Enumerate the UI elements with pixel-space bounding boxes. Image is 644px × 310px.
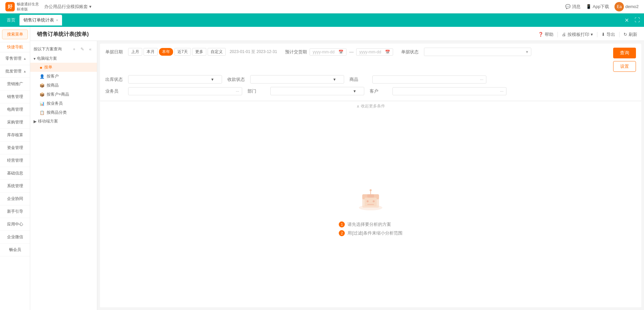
tab-bar: 首页 销售订单统计表 × ✕ ⛶ [0, 13, 644, 27]
tree-node-by-product-cat[interactable]: 📋 按商品分类 [30, 108, 97, 117]
sidebar-item-basic[interactable]: 基础信息 [0, 167, 30, 180]
sidebar-item-wholesale[interactable]: 批发管理 ▲ [0, 65, 30, 78]
sidebar-item-appstore[interactable]: 应用中心 [0, 218, 30, 231]
sidebar-item-finance[interactable]: 资金管理 [0, 142, 30, 154]
query-btn[interactable]: 查询 [613, 48, 636, 58]
page-header: 销售订单统计表(按单) ❓ 帮助 🖨 按模板打印 ▾ ⬇ 导出 [30, 27, 644, 41]
tree-node-by-customer[interactable]: 👤 按客户 [30, 72, 97, 81]
print-btn[interactable]: 🖨 按模板打印 ▾ [562, 32, 593, 38]
sidebar-item-enterprise[interactable]: 企业协同 [0, 193, 30, 205]
status-chevron-icon: ▾ [526, 49, 528, 54]
download-btn[interactable]: 📱 App下载 [586, 4, 609, 10]
user-area[interactable]: Ea demo2 [614, 2, 639, 11]
filter-actions: 查询 设置 [613, 48, 636, 72]
tab-home[interactable]: 首页 [3, 15, 19, 25]
sidebar-item-inventory[interactable]: 库存核算 [0, 129, 30, 142]
empty-tip-2: 2 用[过滤]条件来缩小分析范围 [339, 230, 402, 236]
desktop-expand-icon: ▾ [34, 56, 36, 61]
tree-node-by-salesperson[interactable]: 📊 按业务员 [30, 99, 97, 108]
search-menu-btn[interactable]: 搜索菜单 [2, 30, 28, 39]
sidebar-item-ecommerce[interactable]: 电商管理 [0, 103, 30, 116]
calendar-from-icon: 📅 [338, 50, 343, 54]
by-customer-product-icon: 📦 [40, 92, 45, 97]
tab-bar-right: ✕ ⛶ [623, 16, 641, 24]
salesperson-field[interactable]: ··· [128, 87, 242, 95]
message-btn[interactable]: 💬 消息 [565, 4, 581, 10]
sidebar-search-area: 搜索菜单 [0, 27, 30, 42]
sidebar-item-newbie[interactable]: 新手引导 [0, 205, 30, 218]
sidebar-item-system[interactable]: 系统管理 [0, 180, 30, 193]
desktop-section[interactable]: ▾ 电脑端方案 [30, 54, 97, 63]
predicted-date-from[interactable]: yyyy-mm-dd 📅 [310, 48, 346, 56]
svg-rect-4 [365, 198, 377, 206]
department-group: 部门 ▾ [248, 87, 364, 95]
logo-text: 畅捷通好生意 标准版 [17, 2, 39, 11]
by-product-cat-icon: 📋 [40, 110, 45, 115]
salesperson-more-icon: ··· [236, 89, 239, 94]
date-range-display: 2023-01-01 至 2023-12-31 [230, 49, 277, 55]
app-selector[interactable]: 办公用品行业模拟账套 ▾ [42, 4, 94, 10]
date-btn-7days[interactable]: 近7天 [174, 48, 191, 56]
department-select[interactable]: ▾ [270, 87, 364, 95]
export-btn[interactable]: ⬇ 导出 [601, 32, 615, 38]
tab-close-icon[interactable]: × [56, 18, 58, 22]
product-more-icon: ··· [480, 77, 483, 82]
svg-point-5 [367, 200, 369, 202]
date-connector: — [349, 49, 354, 54]
settings-btn[interactable]: 设置 [613, 61, 636, 72]
payment-status-select[interactable]: ▾ [250, 75, 344, 84]
tab-sales-order-stats[interactable]: 销售订单统计表 × [19, 15, 62, 25]
quick-nav-btn[interactable]: 快捷导航 [0, 42, 30, 52]
wholesale-arrow-icon: ▲ [23, 69, 26, 73]
tree-node-by-order[interactable]: ● 按单 [30, 63, 97, 72]
sidebar: 搜索菜单 快捷导航 零售管理 ▲ 批发管理 ▲ 营销推广 销售管理 电商管理 采… [0, 27, 30, 310]
ship-status-chevron: ▾ [211, 77, 214, 82]
salesperson-label: 业务员 [105, 88, 125, 94]
print-icon: 🖨 [562, 32, 566, 37]
help-icon: ❓ [538, 32, 543, 37]
date-btn-this-year[interactable]: 本年 [159, 48, 173, 56]
predicted-date-label: 预计交货期 [285, 49, 307, 55]
sidebar-item-operations[interactable]: 经营管理 [0, 154, 30, 167]
collapse-icon: ∧ [357, 104, 360, 109]
logo-icon: 好 [5, 2, 15, 11]
close-window-btn[interactable]: ✕ [623, 16, 631, 24]
payment-status-label: 收款状态 [227, 76, 248, 83]
status-select[interactable]: ▾ [424, 48, 531, 56]
product-field[interactable]: ··· [372, 75, 486, 84]
collapse-panel-btn[interactable]: « [87, 46, 94, 52]
by-order-icon: ● [40, 65, 42, 70]
sidebar-item-sales[interactable]: 销售管理 [0, 91, 30, 103]
help-btn[interactable]: ❓ 帮助 [538, 32, 553, 38]
tip-1-num: 1 [339, 221, 345, 227]
date-btn-this-month[interactable]: 本月 [144, 48, 158, 56]
product-label: 商品 [350, 76, 370, 83]
sidebar-item-purchase[interactable]: 采购管理 [0, 116, 30, 129]
date-btn-more[interactable]: 更多 [192, 48, 206, 56]
date-btn-custom[interactable]: 自定义 [208, 48, 226, 56]
tree-node-by-product[interactable]: 📦 按商品 [30, 81, 97, 90]
top-header: 好 畅捷通好生意 标准版 办公用品行业模拟账套 ▾ 💬 消息 📱 App下载 E… [0, 0, 644, 13]
mobile-section[interactable]: ▶ 移动端方案 [30, 117, 97, 125]
user-avatar: Ea [614, 2, 624, 11]
predicted-date-to[interactable]: yyyy-mm-dd 📅 [356, 48, 393, 56]
add-scheme-btn[interactable]: + [71, 46, 77, 52]
salesperson-group: 业务员 ··· [105, 87, 242, 95]
edit-scheme-btn[interactable]: ✎ [79, 46, 86, 52]
customer-field[interactable]: ··· [392, 87, 506, 95]
ship-status-label: 出库状态 [105, 76, 125, 83]
ship-status-select[interactable]: ▾ [128, 75, 222, 84]
sidebar-item-marketing[interactable]: 营销推广 [0, 78, 30, 91]
header-left: 好 畅捷通好生意 标准版 办公用品行业模拟账套 ▾ [5, 2, 94, 11]
svg-rect-7 [367, 204, 374, 205]
sidebar-item-retail[interactable]: 零售管理 ▲ [0, 52, 30, 65]
collapse-bar[interactable]: ∧ 收起更多条件 [100, 101, 641, 111]
sidebar-item-wechat[interactable]: 企业微信 [0, 231, 30, 244]
sidebar-item-vip[interactable]: 畅会员 [0, 244, 30, 256]
refresh-btn[interactable]: ↻ 刷新 [624, 32, 637, 38]
tree-node-by-customer-product[interactable]: 📦 按客户+商品 [30, 90, 97, 99]
status-label: 单据状态 [401, 49, 421, 55]
date-btn-last-month[interactable]: 上月 [128, 48, 142, 56]
maximize-window-btn[interactable]: ⛶ [633, 16, 641, 24]
filter-section: 单据日期 上月 本月 本年 近7天 更多 自定义 2023-01-01 至 20… [100, 44, 641, 101]
